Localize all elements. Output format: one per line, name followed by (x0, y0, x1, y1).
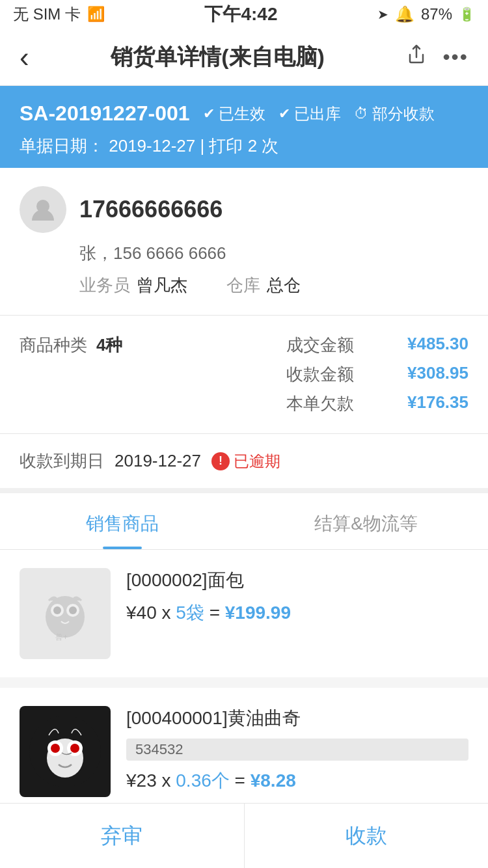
product-type-value: 4种 (96, 334, 122, 357)
confirm-button[interactable]: 收款 (245, 804, 489, 868)
status-right: ➤ 🔔 87% 🔋 (377, 5, 475, 23)
check-icon-2: ✔ (278, 105, 290, 122)
product-info-2: [000400001]黄油曲奇 534532 ¥23 x 0.36个 = ¥8.… (126, 706, 468, 797)
banner-date-row: 单据日期： 2019-12-27 | 打印 2 次 (20, 135, 468, 157)
header-banner: SA-20191227-001 ✔ 已生效 ✔ 已出库 ⏱ 部分收款 单据日期：… (0, 86, 488, 168)
overdue-icon: ! (211, 452, 230, 470)
tab-settlement[interactable]: 结算&物流等 (244, 493, 488, 549)
cancel-button[interactable]: 弃审 (0, 804, 245, 868)
product-qty-2: 0.36个 (176, 770, 230, 791)
summary-left: 商品种类 4种 (20, 334, 122, 415)
summary-section: 商品种类 4种 成交金额 ¥485.30 收款金额 ¥308.95 本单欠款 ¥… (0, 316, 488, 434)
status-badge-1: ✔ 已生效 (203, 103, 265, 124)
owed-label: 本单欠款 (286, 392, 354, 415)
banner-row1: SA-20191227-001 ✔ 已生效 ✔ 已出库 ⏱ 部分收款 (20, 102, 468, 126)
customer-top: 17666666666 (20, 186, 468, 233)
svg-point-4 (53, 606, 61, 614)
product-tag-2: 534532 (126, 739, 468, 761)
customer-section: 17666666666 张，156 6666 6666 业务员 曾凡杰 仓库 总… (0, 168, 488, 316)
print-info: | 打印 2 次 (200, 136, 278, 156)
nav-icons: ••• (406, 44, 468, 70)
due-date-value: 2019-12-27 (115, 451, 201, 471)
status-time: 下午4:42 (204, 2, 277, 27)
battery-text: 87% (421, 5, 452, 23)
overdue-text: 已逾期 (234, 451, 280, 472)
product-price-1: ¥40 x 5袋 = ¥199.99 (126, 601, 468, 625)
bottom-bar: 弃审 收款 (0, 803, 488, 868)
owed-amount-row: 本单欠款 ¥176.35 (286, 392, 468, 415)
warehouse-value: 总仓 (267, 274, 301, 297)
product-info-1: [0000002]面包 ¥40 x 5袋 = ¥199.99 (126, 568, 468, 659)
check-icon-1: ✔ (203, 105, 215, 122)
salesperson-value: 曾凡杰 (137, 274, 187, 297)
product-thumb-2 (20, 706, 111, 797)
owed-value: ¥176.35 (407, 392, 468, 415)
received-value: ¥308.95 (407, 363, 468, 386)
due-section: 收款到期日 2019-12-27 ! 已逾期 (0, 434, 488, 493)
product-total-2: ¥8.28 (251, 770, 296, 791)
deal-amount-row: 成交金额 ¥485.30 (286, 334, 468, 357)
carrier-text: 无 SIM 卡 (13, 4, 81, 25)
salesperson-label: 业务员 (79, 274, 130, 297)
product-thumb-1: 兽+ (20, 568, 111, 659)
product-type-label: 商品种类 (20, 334, 87, 357)
product-total-1: ¥199.99 (225, 603, 291, 623)
svg-point-1 (46, 596, 85, 638)
product-name-1: [0000002]面包 (126, 568, 468, 593)
page-title: 销货单详情(来自电脑) (111, 42, 325, 72)
salesperson-item: 业务员 曾凡杰 (79, 274, 187, 297)
avatar (20, 186, 66, 233)
order-id: SA-20191227-001 (20, 102, 190, 126)
product-item-1: 兽+ [0000002]面包 ¥40 x 5袋 = ¥199.99 (0, 550, 488, 677)
received-amount-row: 收款金额 ¥308.95 (286, 363, 468, 386)
product-item-2: [000400001]黄油曲奇 534532 ¥23 x 0.36个 = ¥8.… (0, 688, 488, 815)
status-badge-3: ⏱ 部分收款 (354, 103, 435, 124)
received-label: 收款金额 (286, 363, 354, 386)
back-button[interactable]: ‹ (20, 41, 29, 74)
alarm-icon: 🔔 (395, 5, 414, 23)
order-date: 2019-12-27 (109, 136, 195, 156)
status-bar: 无 SIM 卡 📶 下午4:42 ➤ 🔔 87% 🔋 (0, 0, 488, 29)
product-name-2: [000400001]黄油曲奇 (126, 706, 468, 731)
summary-right: 成交金额 ¥485.30 收款金额 ¥308.95 本单欠款 ¥176.35 (286, 334, 468, 415)
status-badge-2: ✔ 已出库 (278, 103, 341, 124)
deal-amount-value: ¥485.30 (407, 334, 468, 357)
tabs: 销售商品 结算&物流等 (0, 493, 488, 550)
nav-bar: ‹ 销货单详情(来自电脑) ••• (0, 29, 488, 86)
deal-amount-label: 成交金额 (286, 334, 354, 357)
battery-icon: 🔋 (459, 7, 475, 22)
status-left: 无 SIM 卡 📶 (13, 4, 105, 25)
product-qty-1: 5袋 (176, 603, 204, 623)
svg-point-5 (69, 606, 77, 614)
date-label: 单据日期： (20, 136, 104, 156)
more-icon[interactable]: ••• (442, 45, 468, 69)
product-price-2: ¥23 x 0.36个 = ¥8.28 (126, 768, 468, 793)
product-type-item: 商品种类 4种 (20, 334, 122, 357)
tab-sales-products[interactable]: 销售商品 (0, 493, 244, 549)
svg-text:兽+: 兽+ (55, 632, 68, 642)
customer-meta: 业务员 曾凡杰 仓库 总仓 (79, 274, 468, 297)
svg-point-11 (51, 744, 60, 753)
warehouse-item: 仓库 总仓 (226, 274, 301, 297)
share-icon[interactable] (406, 44, 427, 70)
location-icon: ➤ (377, 7, 388, 22)
product-list: 兽+ [0000002]面包 ¥40 x 5袋 = ¥199.99 (0, 550, 488, 815)
warehouse-label: 仓库 (226, 274, 260, 297)
customer-name: 张，156 6666 6666 (79, 242, 468, 265)
svg-point-12 (70, 744, 79, 753)
overdue-badge: ! 已逾期 (211, 451, 280, 472)
due-date-label: 收款到期日 (20, 450, 104, 472)
wifi-icon: 📶 (87, 6, 105, 23)
customer-phone: 17666666666 (79, 196, 223, 223)
clock-icon: ⏱ (354, 105, 368, 122)
